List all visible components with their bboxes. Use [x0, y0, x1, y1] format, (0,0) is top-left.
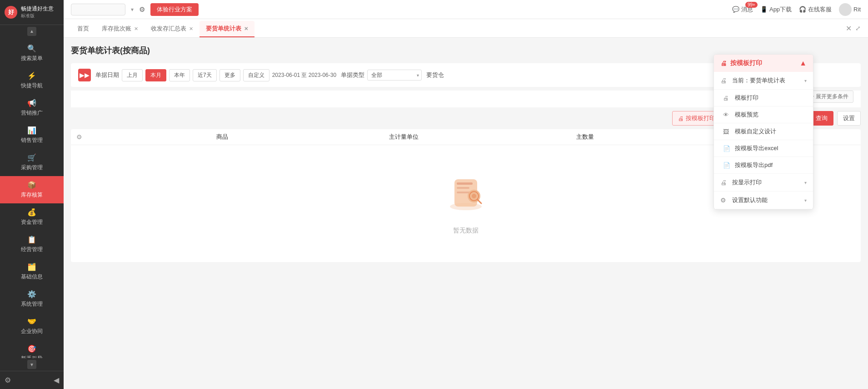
dropdown-header: 🖨 按模板打印 ▲ [714, 55, 813, 72]
sidebar-item-inventory[interactable]: 📦 库存核算 [0, 176, 64, 203]
topbar-chevron-icon[interactable]: ▾ [131, 6, 134, 13]
sidebar-label-inventory: 库存核算 [21, 191, 43, 199]
dropdown-template-preview[interactable]: 👁 模板预览 [714, 106, 813, 123]
date-range-display: 2023-06-01 至 2023-06-30 [272, 71, 336, 79]
tab-home[interactable]: 首页 [71, 21, 95, 37]
search-icon: 🔍 [27, 44, 36, 53]
window-expand-btn[interactable]: ⤢ [855, 25, 861, 32]
print-icon: 🖨 [678, 115, 684, 122]
type-select-wrap: 全部 要货单 [367, 70, 422, 81]
template-preview-label: 模板预览 [735, 111, 758, 119]
topbar-online-service[interactable]: 🎧 在线客服 [799, 5, 832, 14]
topbar-search-input[interactable] [71, 4, 125, 15]
tab-inventory-batch-close[interactable]: ✕ [134, 26, 138, 32]
topbar-gear-icon[interactable]: ⚙ [139, 5, 145, 14]
sidebar-label-operation: 经营管理 [21, 246, 43, 253]
sidebar-item-marketing[interactable]: 📢 营销推广 [0, 94, 64, 121]
dropdown-close-btn[interactable]: ▲ [799, 59, 807, 67]
date-filter-group: 单据日期 上月 本月 本年 近7天 更多 自定义 2023-06-01 至 20… [95, 69, 336, 81]
guide-icon: 🎯 [27, 344, 36, 353]
svg-rect-2 [457, 182, 473, 185]
table-col-unit: 主计量单位 [315, 133, 493, 141]
topbar-messages[interactable]: 💬 消息 99+ [732, 5, 753, 14]
expand-label: 展开更多条件 [816, 93, 848, 101]
sidebar-item-system[interactable]: ⚙️ 系统管理 [0, 285, 64, 313]
filter-toggle-btn[interactable]: ▶▶ [78, 69, 91, 81]
sidebar-item-operation[interactable]: 📋 经营管理 [0, 231, 64, 258]
app-name: 畅捷通好生意 [21, 5, 54, 13]
table-col-settings[interactable]: ⚙ [76, 133, 130, 141]
sidebar-label-purchase: 采购管理 [21, 164, 43, 172]
tab-receipts-summary[interactable]: 收发存汇总表 ✕ [145, 21, 200, 37]
sidebar-item-sales[interactable]: 📊 销售管理 [0, 121, 64, 149]
topbar-user[interactable]: Rit [839, 3, 861, 16]
topbar-app-download[interactable]: 📱 App下载 [760, 5, 792, 14]
date-btn-7days[interactable]: 近7天 [193, 69, 217, 81]
print-dropdown-menu: 🖨 按模板打印 ▲ 🖨 当前：要货单统计表 ▾ 🖨 模板打印 👁 模板预览 🖼 [713, 54, 813, 210]
sidebar-item-search[interactable]: 🔍 搜索菜单 [0, 40, 64, 67]
date-btn-prev-month[interactable]: 上月 [122, 69, 143, 81]
dropdown-display-print[interactable]: 🖨 按显示打印 ▾ [714, 174, 813, 192]
table-gear-icon[interactable]: ⚙ [76, 133, 82, 141]
date-btn-this-year[interactable]: 本年 [169, 69, 190, 81]
tab-order-summary-close[interactable]: ✕ [244, 26, 248, 32]
dropdown-template-print[interactable]: 🖨 模板打印 [714, 90, 813, 106]
sidebar-item-finance[interactable]: 💰 资金管理 [0, 203, 64, 231]
basic-icon: 🗂️ [27, 263, 36, 271]
sidebar-label-basic: 基础信息 [21, 273, 43, 281]
display-print-chevron: ▾ [804, 180, 807, 185]
empty-icon [443, 172, 489, 222]
message-icon: 💬 [732, 6, 739, 13]
template-print-icon: 🖨 [723, 95, 730, 101]
dropdown-template-design[interactable]: 🖼 模板自定义设计 [714, 123, 813, 140]
print-btn-label: 按模板打印 [686, 114, 715, 122]
username: Rit [853, 6, 861, 13]
app-icon: 📱 [760, 6, 768, 13]
service-label: 在线客服 [808, 5, 832, 14]
app-download-label: App下载 [769, 5, 792, 14]
set-default-label: 设置默认功能 [732, 196, 768, 204]
tab-inventory-batch[interactable]: 库存批次账 ✕ [95, 21, 145, 37]
system-icon: ⚙️ [27, 290, 36, 298]
date-filter-label: 单据日期 [95, 71, 119, 79]
dropdown-title-text: 按模板打印 [730, 59, 762, 67]
notification-badge: 99+ [745, 2, 758, 8]
template-design-icon: 🖼 [723, 128, 730, 135]
window-close-btn[interactable]: ✕ [846, 24, 852, 33]
sidebar-scroll-up[interactable]: ▲ [27, 27, 36, 36]
sidebar-label-quicknav: 快捷导航 [21, 82, 43, 90]
dropdown-template-excel[interactable]: 📄 按模板导出excel [714, 140, 813, 157]
sidebar-item-collab[interactable]: 🤝 企业协同 [0, 313, 64, 340]
sidebar-item-purchase[interactable]: 🛒 采购管理 [0, 149, 64, 176]
tab-order-summary[interactable]: 要货单统计表 ✕ [200, 21, 254, 37]
dropdown-template-pdf[interactable]: 📄 按模板导出pdf [714, 157, 813, 174]
set-default-icon: ⚙ [720, 197, 728, 204]
type-select[interactable]: 全部 要货单 [367, 70, 422, 81]
date-btn-custom[interactable]: 自定义 [243, 69, 269, 81]
settings-footer-icon[interactable]: ⚙ [5, 376, 11, 384]
collapse-icon[interactable]: ◀ [54, 376, 59, 384]
quicknav-icon: ⚡ [27, 71, 36, 80]
empty-text: 暂无数据 [453, 227, 479, 235]
date-btn-more[interactable]: 更多 [219, 69, 240, 81]
sidebar-item-quicknav[interactable]: ⚡ 快捷导航 [0, 67, 64, 94]
date-btn-this-month[interactable]: 本月 [145, 69, 166, 81]
avatar [839, 3, 852, 16]
table-col-quantity: 主数量 [496, 133, 674, 141]
sidebar-label-system: 系统管理 [21, 300, 43, 308]
dropdown-current-label: 当前：要货单统计表 [732, 76, 785, 85]
inventory-icon: 📦 [27, 181, 36, 189]
finance-icon: 💰 [27, 208, 36, 217]
sidebar-footer: ⚙ ◀ [0, 371, 64, 389]
sidebar-item-basic[interactable]: 🗂️ 基础信息 [0, 258, 64, 285]
tab-receipts-summary-close[interactable]: ✕ [189, 26, 193, 32]
experience-btn[interactable]: 体验行业方案 [150, 3, 199, 16]
dropdown-set-default[interactable]: ⚙ 设置默认功能 ▾ [714, 192, 813, 209]
sidebar-item-guide[interactable]: 🎯 新手引导 [0, 340, 64, 358]
sidebar-scroll-down[interactable]: ▼ [27, 360, 36, 369]
table-col-product: 商品 [133, 133, 311, 141]
settings-btn[interactable]: 设置 [837, 111, 861, 126]
template-design-label: 模板自定义设计 [735, 127, 776, 136]
dropdown-current-item[interactable]: 🖨 当前：要货单统计表 ▾ [714, 72, 813, 90]
topbar-right: 💬 消息 99+ 📱 App下载 🎧 在线客服 Rit [732, 3, 861, 16]
